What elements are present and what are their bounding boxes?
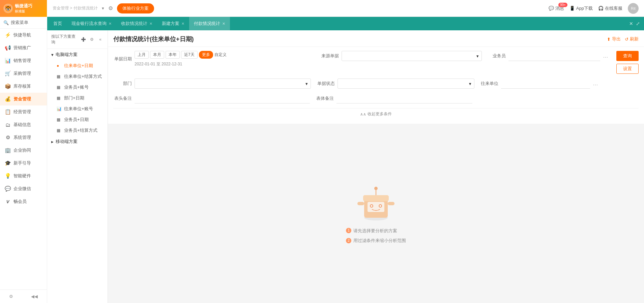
scheme-item-staff-settle[interactable]: ▦ 业务员+结算方式 <box>47 125 108 136</box>
schemes-add-btn[interactable]: ➕ <box>80 36 87 43</box>
date-custom[interactable]: 自定义 <box>214 52 227 58</box>
empty-illustration <box>356 182 396 223</box>
app-download-btn[interactable]: 📱 App下载 <box>569 5 593 11</box>
search-menu[interactable]: 🔍 搜索菜单 <box>0 17 47 29</box>
sidebar-item-capital[interactable]: 💰 资金管理 <box>0 93 47 105</box>
sidebar-item-enterprise[interactable]: 🏢 企业协同 <box>0 144 47 157</box>
head-remark-input[interactable] <box>135 93 310 103</box>
scheme-group-mobile-label: 移动端方案 <box>56 139 78 145</box>
sidebar-item-wechat[interactable]: 💬 企业微信 <box>0 182 47 195</box>
tab-bank-close[interactable]: ✕ <box>109 22 112 26</box>
sidebar-item-guide[interactable]: 🎓 新手引导 <box>0 157 47 170</box>
sidebar-item-system[interactable]: ⚙ 系统管理 <box>0 131 47 144</box>
tab-home[interactable]: 首页 <box>49 17 67 30</box>
tab-new-scheme-close[interactable]: ✕ <box>181 22 184 26</box>
refresh-btn[interactable]: ↺ 刷新 <box>625 36 639 42</box>
tab-new-scheme[interactable]: 新建方案 ✕ <box>157 17 189 30</box>
sidebar-item-label: 快捷导航 <box>13 32 31 38</box>
date-last-month[interactable]: 上月 <box>135 51 149 59</box>
inventory-icon: 📦 <box>5 83 11 89</box>
sidebar-item-quick-nav[interactable]: ⚡ 快捷导航 <box>0 29 47 41</box>
tab-payment-close[interactable]: ✕ <box>222 22 225 26</box>
sidebar-bottom: ⚙ ◀◀ <box>0 290 47 303</box>
collapse-bar[interactable]: ∧∧ 收起更多条件 <box>113 108 639 120</box>
step-2-num: 2 <box>346 238 351 243</box>
settings-btn[interactable]: 设置 <box>616 64 639 74</box>
sidebar-item-basic[interactable]: 🗂 基础信息 <box>0 118 47 131</box>
sidebar-item-member[interactable]: V 畅会员 <box>0 195 47 208</box>
user-avatar[interactable]: Rit <box>628 3 639 14</box>
unit-label: 往来单位 <box>480 81 498 87</box>
sidebar-item-label: 企业协同 <box>13 147 31 153</box>
body-remark-label: 表体备注 <box>315 95 334 101</box>
filter-field-head-remark: 表头备注 <box>113 93 310 103</box>
content-area: 按以下方案查询 ➕ ⚙ « ▾ 电脑端方案 ● 往来单位+日期 ▦ 往来单位+结… <box>47 30 644 303</box>
source-select[interactable]: ▾ <box>342 51 482 61</box>
sidebar-item-purchase[interactable]: 🛒 采购管理 <box>0 67 47 80</box>
tab-expand-btn[interactable]: ⤢ <box>636 21 640 26</box>
scheme-item-unit-account[interactable]: 📊 往来单位+账号 <box>47 103 108 114</box>
svg-point-6 <box>371 205 373 207</box>
empty-text: 1 请先选择要分析的方案 2 用过滤条件来缩小分析范围 <box>346 227 406 245</box>
schemes-header: 按以下方案查询 ➕ ⚙ « <box>47 30 108 49</box>
topbar-settings-icon[interactable]: ⚙ <box>108 5 113 11</box>
topbar-dropdown-btn[interactable]: ▾ <box>102 6 104 11</box>
staff-dots-btn[interactable]: … <box>603 53 608 59</box>
message-btn[interactable]: 💬 消息 99+ <box>549 5 564 11</box>
scheme-group-desktop-header[interactable]: ▾ 电脑端方案 <box>47 49 108 60</box>
chevron-down-icon: ▾ <box>51 52 54 57</box>
sidebar-item-sales[interactable]: 📊 销售管理 <box>0 54 47 67</box>
sidebar-item-hardware[interactable]: 💡 智能硬件 <box>0 170 47 182</box>
scheme-item-staff-date[interactable]: ▦ 业务员+日期 <box>47 114 108 125</box>
service-btn[interactable]: 🎧 在线客服 <box>598 5 622 11</box>
svg-point-7 <box>380 205 381 207</box>
schemes-settings-btn[interactable]: ⚙ <box>89 36 95 43</box>
unit-dots-btn[interactable]: … <box>593 81 598 87</box>
date-7-days[interactable]: 近7天 <box>181 51 198 59</box>
user-name: Rit <box>631 6 635 10</box>
schemes-collapse-btn[interactable]: « <box>97 36 104 43</box>
scheme-item-label: 部门+日期 <box>64 95 84 101</box>
tab-close-all-btn[interactable]: ✕ <box>629 21 633 26</box>
sidebar-item-inventory[interactable]: 📦 库存核算 <box>0 80 47 93</box>
sidebar-collapse-btn[interactable]: ◀◀ <box>28 293 40 300</box>
scheme-item-dept-date[interactable]: ▦ 部门+日期 <box>47 93 108 103</box>
page-header: 付款情况统计(往来单位+日期) ⬆ 导出 ↺ 刷新 <box>108 30 644 47</box>
date-this-month[interactable]: 本月 <box>150 51 164 59</box>
status-select[interactable]: ▾ <box>338 79 474 89</box>
scheme-group-mobile-header[interactable]: ▸ 移动端方案 <box>47 136 108 147</box>
scheme-item-unit-date[interactable]: ● 往来单位+日期 <box>47 60 108 71</box>
sidebar-item-marketing[interactable]: 📢 营销推广 <box>0 41 47 54</box>
scheme-icon: ▦ <box>57 74 62 79</box>
export-btn[interactable]: ⬆ 导出 <box>607 36 621 42</box>
sidebar-item-label: 经营管理 <box>13 109 31 115</box>
scheme-group-mobile: ▸ 移动端方案 <box>47 136 108 147</box>
tab-payment[interactable]: 付款情况统计 ✕ <box>189 17 230 30</box>
tab-bank[interactable]: 现金银行流水查询 ✕ <box>67 17 116 30</box>
scheme-item-staff-account[interactable]: ▦ 业务员+账号 <box>47 82 108 93</box>
body-remark-input[interactable] <box>336 93 472 103</box>
head-remark-label: 表头备注 <box>113 95 132 101</box>
dept-select[interactable]: ▾ <box>135 79 311 89</box>
scheme-group-desktop-label: 电脑端方案 <box>56 52 78 58</box>
date-more[interactable]: 更多 <box>199 51 213 59</box>
hardware-icon: 💡 <box>5 173 11 179</box>
dept-label: 部门 <box>113 81 132 87</box>
query-btn[interactable]: 查询 <box>616 51 639 61</box>
tab-receipt[interactable]: 收款情况统计 ✕ <box>116 17 157 30</box>
scheme-item-unit-settle[interactable]: ▦ 往来单位+结算方式 <box>47 71 108 82</box>
sidebar-item-label: 新手引导 <box>13 160 31 166</box>
trial-btn[interactable]: 体验行业方案 <box>117 3 154 13</box>
sidebar-settings-btn[interactable]: ⚙ <box>6 293 16 300</box>
sidebar-item-label: 销售管理 <box>13 58 31 64</box>
logo-icon: 🐯 <box>3 4 13 13</box>
export-icon: ⬆ <box>607 37 611 42</box>
filter-field-staff: 业务员 … <box>487 51 608 61</box>
source-dropdown-icon: ▾ <box>476 54 479 59</box>
filter-row-3: 表头备注 表体备注 <box>113 93 639 103</box>
tab-receipt-close[interactable]: ✕ <box>149 22 152 26</box>
sidebar-item-label: 资金管理 <box>13 96 31 102</box>
filter-area: 付款情况统计(往来单位+日期) ⬆ 导出 ↺ 刷新 单 <box>108 30 644 303</box>
sidebar-item-operation[interactable]: 📋 经营管理 <box>0 105 47 118</box>
date-this-year[interactable]: 本年 <box>166 51 180 59</box>
